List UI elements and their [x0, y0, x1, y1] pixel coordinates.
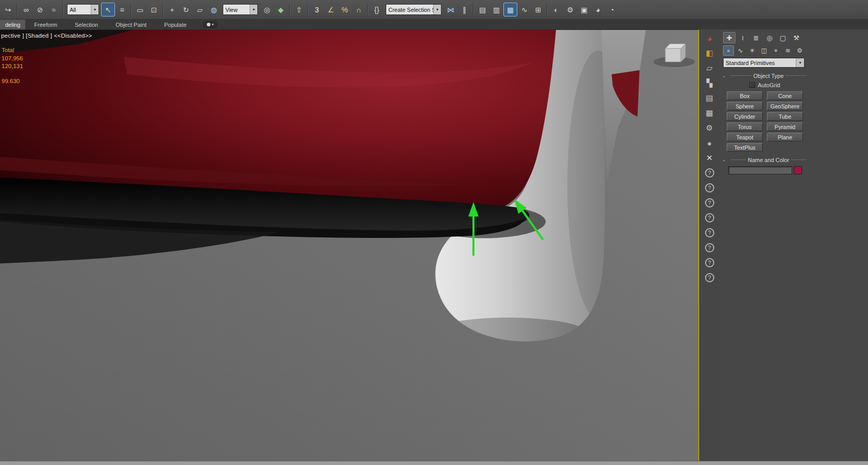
unknown-script-button-icon[interactable]: ? [702, 226, 717, 239]
align-icon[interactable]: ∥ [457, 3, 471, 17]
command-panel-tabs: ✚≀≣◎▢⚒ [723, 32, 806, 43]
unknown-script-button-icon[interactable]: ? [702, 166, 717, 180]
tab-display[interactable]: ▢ [777, 32, 789, 43]
collapse-icon: - [723, 73, 728, 79]
ribbon-config-button[interactable]: ▾ [203, 21, 218, 28]
render-setup-icon[interactable]: ⚙ [563, 3, 577, 17]
unknown-script-button-icon[interactable]: ? [702, 256, 717, 269]
schematic-view-icon[interactable]: ⊞ [531, 3, 545, 17]
named-selection-sets-dropdown[interactable]: Create Selection Se ▾ [386, 4, 441, 15]
ribbon-toggle-icon[interactable]: ▦ [503, 3, 517, 17]
textplus-button[interactable]: TextPlus [727, 143, 763, 152]
object-color-swatch[interactable] [794, 166, 802, 174]
tab-modeling[interactable]: deling [0, 20, 25, 29]
plane-button[interactable]: Plane [767, 133, 803, 141]
redo-icon[interactable]: ↪ [1, 3, 15, 17]
primitives-dropdown[interactable]: Standard Primitives ▾ [723, 58, 805, 68]
curve-editor-icon[interactable]: ∿ [517, 3, 531, 17]
select-and-place-icon[interactable]: ◍ [207, 3, 221, 17]
select-and-move-icon[interactable]: + [165, 3, 179, 17]
window-crossing-toggle-icon[interactable]: ⊡ [147, 3, 161, 17]
box-button[interactable]: Box [727, 91, 763, 100]
rectangular-selection-region-icon[interactable]: ▭ [133, 3, 147, 17]
gear-icon[interactable]: ⚙ [702, 121, 717, 135]
name-and-color-row [723, 166, 807, 174]
layer-explorer-icon[interactable]: ▥ [489, 3, 503, 17]
keyboard-shortcut-override-icon[interactable]: ⇧ [292, 3, 306, 17]
chevron-down-icon: ▾ [212, 22, 214, 27]
sphere-icon[interactable]: ● [702, 136, 717, 150]
category-geometry[interactable]: ● [723, 45, 734, 56]
render-flyout-icon[interactable]: ◔ [605, 3, 619, 17]
material-editor-icon[interactable]: ◐ [549, 3, 563, 17]
rendered-frame-window-icon[interactable]: ▣ [577, 3, 591, 17]
category-cameras[interactable]: ◫ [759, 45, 769, 56]
tab-modify[interactable]: ≀ [736, 32, 749, 43]
unknown-script-button-icon[interactable]: ? [702, 181, 717, 195]
bind-to-space-warp-icon[interactable]: ≈ [47, 3, 61, 17]
select-and-link-icon[interactable]: ∞ [19, 3, 33, 17]
category-systems[interactable]: ⚙ [794, 45, 805, 56]
autogrid-checkbox[interactable] [749, 82, 755, 88]
toolbar-group-link: ↪∞⊘≈ [1, 3, 65, 17]
layers-icon[interactable]: ▤ [702, 91, 717, 105]
tab-freeform[interactable]: Freeform [25, 20, 66, 29]
cone-button[interactable]: Cone [767, 91, 803, 100]
category-helpers[interactable]: ⌖ [771, 45, 781, 56]
teapot-render-icon[interactable]: ◕ [702, 31, 717, 45]
document-icon[interactable]: ▱ [702, 61, 717, 75]
unknown-script-button-icon[interactable]: ? [702, 241, 717, 254]
pyramid-button[interactable]: Pyramid [767, 122, 803, 131]
reference-coordinate-system-dropdown[interactable]: View ▾ [223, 4, 258, 15]
select-and-manipulate-icon[interactable]: ◆ [274, 3, 288, 17]
geosphere-button[interactable]: GeoSphere [767, 102, 803, 110]
cylinder-button[interactable]: Cylinder [727, 112, 763, 121]
teapot-button[interactable]: Teapot [727, 133, 763, 141]
unknown-script-button-icon[interactable]: ? [702, 211, 717, 225]
spinner-snap-icon[interactable]: ∩ [352, 3, 366, 17]
tab-selection[interactable]: Selection [66, 20, 107, 29]
select-object-icon[interactable]: ↖ [101, 3, 115, 17]
snaps-toggle-3d-icon[interactable]: 3 [310, 3, 324, 17]
viewport-label[interactable]: pective ] [Shaded ] <<Disabled>> [1, 33, 92, 39]
object-name-field[interactable] [728, 166, 792, 174]
select-and-rotate-icon[interactable]: ↻ [179, 3, 193, 17]
category-space-warps[interactable]: ≋ [782, 45, 793, 56]
tab-hierarchy[interactable]: ≣ [750, 32, 762, 43]
select-by-name-icon[interactable]: ≡ [115, 3, 129, 17]
angle-snap-icon[interactable]: ∠ [324, 3, 338, 17]
grid-panel-icon[interactable]: ▦ [702, 106, 717, 120]
paint-bucket-icon[interactable]: ◧ [702, 46, 717, 60]
selection-filter-dropdown[interactable]: All ▾ [67, 4, 99, 15]
scene-explorer-icon[interactable]: ▤ [476, 3, 489, 17]
3ds-max-window: ↪∞⊘≈ All ▾ ↖≡▭⊡+↻▱◍ View ▾ ◎◆⇧3∠%∩{} Cre… [0, 0, 868, 465]
perspective-viewport[interactable]: pective ] [Shaded ] <<Disabled>> Total 1… [0, 29, 699, 461]
tab-utilities[interactable]: ⚒ [790, 32, 803, 43]
unknown-script-button-icon[interactable]: ? [702, 196, 717, 210]
chevron-down-icon: ▾ [91, 5, 99, 14]
use-pivot-point-center-icon[interactable]: ◎ [260, 3, 274, 17]
select-and-uniform-scale-icon[interactable]: ▱ [193, 3, 207, 17]
mirror-icon[interactable]: ⋈ [444, 3, 457, 17]
stats-total-label: Total [2, 46, 23, 55]
edit-named-selection-sets-icon[interactable]: {} [370, 3, 384, 17]
sphere-button[interactable]: Sphere [727, 102, 763, 110]
checker-map-icon[interactable]: ▚ [702, 76, 717, 90]
tab-populate[interactable]: Populate [155, 20, 195, 29]
tab-object-paint[interactable]: Object Paint [107, 20, 155, 29]
toolbar-separator [288, 3, 292, 17]
close-icon[interactable]: ✕ [702, 151, 717, 165]
torus-button[interactable]: Torus [727, 122, 763, 131]
tab-motion[interactable]: ◎ [763, 32, 776, 43]
object-type-rollout-header[interactable]: - Object Type [723, 72, 807, 79]
unknown-script-button-icon[interactable]: ? [702, 271, 717, 284]
name-and-color-rollout-header[interactable]: - Name and Color [723, 156, 807, 164]
unlink-selection-icon[interactable]: ⊘ [33, 3, 47, 17]
scene-render [0, 30, 698, 461]
percent-snap-icon[interactable]: % [338, 3, 352, 17]
tab-create[interactable]: ✚ [723, 32, 735, 43]
tube-button[interactable]: Tube [767, 112, 803, 121]
category-shapes[interactable]: ∿ [735, 45, 746, 56]
render-production-icon[interactable]: ◕ [591, 3, 605, 17]
category-lights[interactable]: ☀ [747, 45, 758, 56]
